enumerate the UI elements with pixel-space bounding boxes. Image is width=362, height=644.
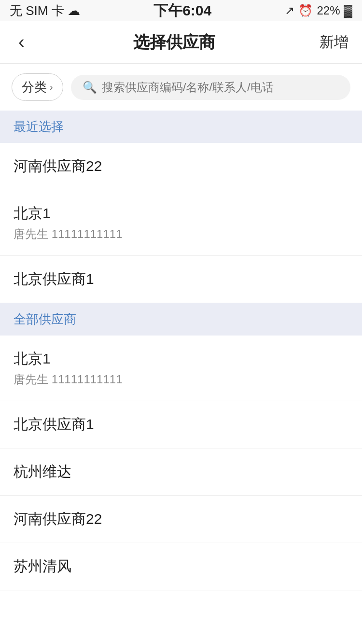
recent-section-label: 最近选择 (14, 119, 64, 134)
list-item[interactable]: 北京1 唐先生 11111111111 (0, 190, 362, 256)
search-box: 🔍 (71, 75, 350, 100)
list-item[interactable]: 河南供应商22 (0, 496, 362, 543)
back-button[interactable]: ‹ (14, 27, 29, 57)
sim-status: 无 SIM 卡 ☁ (10, 2, 80, 19)
status-left: 无 SIM 卡 ☁ (10, 2, 80, 19)
location-icon: ↗ (285, 4, 294, 17)
item-contact: 唐先生 11111111111 (14, 372, 348, 387)
item-name: 北京供应商1 (14, 269, 348, 289)
item-name: 河南供应商22 (14, 156, 348, 176)
filter-bar: 分类 › 🔍 (0, 64, 362, 111)
nav-bar: ‹ 选择供应商 新增 (0, 21, 362, 64)
item-name: 河南供应商22 (14, 509, 348, 529)
item-name: 北京1 (14, 349, 348, 369)
battery-icon: ▓ (344, 4, 353, 17)
battery-level: 22% (317, 4, 340, 17)
list-item[interactable]: 北京供应商1 (0, 401, 362, 448)
list-item[interactable]: 河南供应商22 (0, 143, 362, 190)
list-item[interactable]: 北京供应商1 (0, 256, 362, 303)
category-label: 分类 (22, 79, 47, 96)
item-name: 苏州清风 (14, 557, 348, 576)
item-name: 杭州维达 (14, 462, 348, 482)
search-icon: 🔍 (83, 81, 97, 94)
status-bar: 无 SIM 卡 ☁ 下午6:04 ↗ ⏰ 22% ▓ (0, 0, 362, 21)
item-name: 北京1 (14, 204, 348, 224)
item-contact: 唐先生 11111111111 (14, 226, 348, 242)
page-title: 选择供应商 (133, 31, 215, 54)
all-section-label: 全部供应商 (14, 312, 76, 326)
all-list: 北京1 唐先生 11111111111 北京供应商1 杭州维达 河南供应商22 … (0, 336, 362, 590)
status-time: 下午6:04 (153, 1, 211, 21)
status-right: ↗ ⏰ 22% ▓ (285, 4, 352, 17)
add-button[interactable]: 新增 (320, 32, 348, 52)
list-item[interactable]: 杭州维达 (0, 448, 362, 496)
recent-list: 河南供应商22 北京1 唐先生 11111111111 北京供应商1 (0, 143, 362, 303)
list-item[interactable]: 苏州清风 (0, 543, 362, 590)
alarm-icon: ⏰ (298, 4, 313, 17)
item-name: 北京供应商1 (14, 415, 348, 434)
list-item[interactable]: 北京1 唐先生 11111111111 (0, 336, 362, 401)
recent-section-header: 最近选择 (0, 111, 362, 143)
chevron-right-icon: › (50, 82, 53, 93)
search-input[interactable] (102, 81, 339, 94)
all-section-header: 全部供应商 (0, 303, 362, 336)
category-filter[interactable]: 分类 › (12, 73, 63, 101)
